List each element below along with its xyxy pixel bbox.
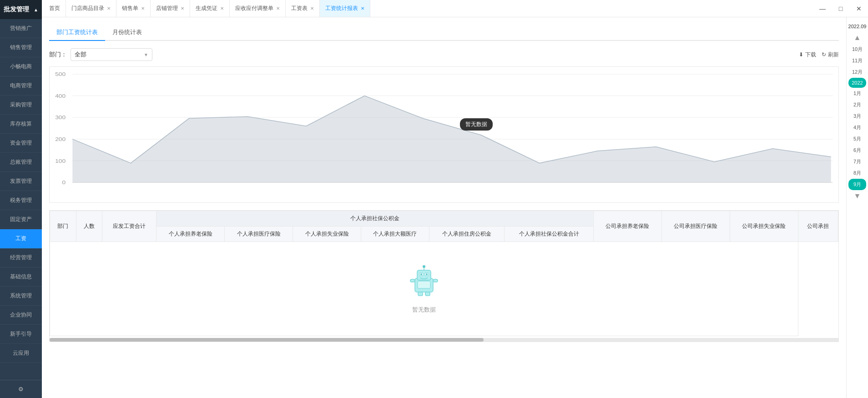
- tab-salary-table[interactable]: 工资表 ✕: [286, 0, 320, 17]
- col-personal-large-medical: 个人承担大额医疗: [361, 227, 429, 242]
- svg-rect-21: [418, 292, 423, 296]
- svg-rect-24: [433, 279, 438, 282]
- svg-text:200: 200: [55, 136, 66, 142]
- tab-store-mgmt[interactable]: 店铺管理 ✕: [151, 0, 190, 17]
- date-month-9[interactable]: 9月: [848, 179, 866, 190]
- date-month-8[interactable]: 8月: [847, 167, 868, 179]
- col-company-other: 公司承担: [798, 211, 838, 242]
- sidebar-item-assets[interactable]: 固定资产: [0, 210, 42, 229]
- close-tab-sales-order[interactable]: ✕: [141, 6, 145, 11]
- empty-state: 暂无数据: [55, 246, 793, 332]
- date-month-10[interactable]: 10月: [847, 44, 868, 55]
- close-tab-salary-table[interactable]: ✕: [310, 6, 314, 11]
- sidebar-item-cloud[interactable]: 云应用: [0, 344, 42, 363]
- col-group-personal: 个人承担社保公积金: [156, 211, 594, 227]
- col-personal-unemployment: 个人承担失业保险: [293, 227, 361, 242]
- date-nav-up[interactable]: ▲: [852, 32, 863, 44]
- col-personal-total: 个人承担社保公积金合计: [505, 227, 594, 242]
- tab-voucher[interactable]: 生成凭证 ✕: [190, 0, 230, 17]
- sidebar-item-ecommerce[interactable]: 电商管理: [0, 76, 42, 96]
- close-tab-payable[interactable]: ✕: [276, 6, 280, 11]
- action-buttons: ⬇ 下载 ↻ 刷新: [799, 51, 839, 59]
- sidebar-item-operations[interactable]: 经营管理: [0, 248, 42, 267]
- sidebar-header[interactable]: 批发管理 ▲: [0, 0, 42, 19]
- sidebar-item-base[interactable]: 基础信息: [0, 267, 42, 287]
- sidebar-item-cooperation[interactable]: 企业协同: [0, 306, 42, 325]
- scroll-thumb[interactable]: [50, 338, 484, 342]
- tab-salary-report[interactable]: 工资统计报表 ✕: [320, 0, 370, 17]
- dept-select[interactable]: 全部 ▼: [71, 48, 152, 61]
- col-dept: 部门: [50, 211, 76, 242]
- close-tab-store-mgmt[interactable]: ✕: [181, 6, 184, 11]
- date-month-7[interactable]: 7月: [847, 156, 868, 167]
- minimize-button[interactable]: —: [813, 0, 832, 17]
- tab-dept-stats[interactable]: 部门工资统计表: [49, 25, 105, 41]
- page-content: 部门工资统计表 月份统计表 部门： 全部 ▼ ⬇: [42, 17, 846, 398]
- chart-container: 500 400 300 200 100 0: [49, 66, 839, 203]
- date-month-3[interactable]: 3月: [847, 111, 868, 122]
- tab-payable[interactable]: 应收应付调整单 ✕: [230, 0, 286, 17]
- sidebar-item-ecommerce-small[interactable]: 小畅电商: [0, 57, 42, 76]
- sidebar-item-invoice[interactable]: 发票管理: [0, 172, 42, 191]
- sidebar: 批发管理 ▲ 营销推广 销售管理 小畅电商 电商管理 采购管理 库存核算 资金管…: [0, 0, 42, 398]
- date-month-11[interactable]: 11月: [847, 55, 868, 66]
- tab-home[interactable]: 首页: [44, 0, 66, 17]
- date-current-label: 2022.09: [848, 21, 868, 32]
- refresh-icon: ↻: [822, 51, 826, 58]
- svg-text:300: 300: [55, 115, 66, 121]
- svg-point-17: [420, 273, 422, 275]
- col-headcount: 人数: [76, 211, 102, 242]
- svg-text:400: 400: [55, 93, 66, 99]
- sidebar-item-ledger[interactable]: 总账管理: [0, 153, 42, 172]
- svg-rect-23: [410, 279, 415, 282]
- col-company-unemployment: 公司承担失业保险: [730, 211, 798, 242]
- col-personal-pension: 个人承担养老保险: [156, 227, 225, 242]
- sidebar-item-guide[interactable]: 新手引导: [0, 325, 42, 344]
- sub-tab-bar: 部门工资统计表 月份统计表: [49, 25, 839, 41]
- svg-text:100: 100: [55, 158, 66, 164]
- date-year-2022[interactable]: 2022: [848, 78, 866, 88]
- sidebar-item-tax[interactable]: 税务管理: [0, 191, 42, 210]
- col-company-medical: 公司承担医疗保险: [661, 211, 730, 242]
- empty-robot-icon: [406, 264, 442, 300]
- window-controls: — □ ✕: [813, 0, 868, 17]
- refresh-button[interactable]: ↻ 刷新: [822, 51, 839, 59]
- close-tab-product-catalog[interactable]: ✕: [107, 6, 111, 11]
- close-button[interactable]: ✕: [850, 0, 868, 17]
- close-tab-voucher[interactable]: ✕: [220, 6, 224, 11]
- tab-product-catalog[interactable]: 门店商品目录 ✕: [66, 0, 116, 17]
- sidebar-item-finance[interactable]: 资金管理: [0, 134, 42, 153]
- sidebar-settings[interactable]: ⚙: [0, 380, 42, 398]
- chevron-down-icon: ▼: [144, 52, 148, 57]
- sidebar-item-marketing[interactable]: 营销推广: [0, 19, 42, 38]
- svg-rect-22: [425, 292, 430, 296]
- sidebar-arrow: ▲: [34, 7, 38, 12]
- date-month-2[interactable]: 2月: [847, 99, 868, 111]
- date-month-12[interactable]: 12月: [847, 66, 868, 78]
- dept-filter-label: 部门：: [49, 50, 67, 59]
- sidebar-item-sales[interactable]: 销售管理: [0, 38, 42, 57]
- tab-month-stats[interactable]: 月份统计表: [105, 25, 149, 41]
- svg-point-18: [426, 273, 428, 275]
- close-tab-salary-report[interactable]: ✕: [361, 6, 364, 11]
- maximize-button[interactable]: □: [832, 0, 850, 17]
- table-empty-row: 暂无数据: [50, 242, 838, 336]
- filter-row: 部门： 全部 ▼: [49, 48, 152, 61]
- date-nav-down[interactable]: ▼: [852, 190, 863, 202]
- area-chart: 500 400 300 200 100 0: [50, 67, 838, 202]
- date-month-4[interactable]: 4月: [847, 122, 868, 133]
- date-month-6[interactable]: 6月: [847, 145, 868, 156]
- date-month-1[interactable]: 1月: [847, 88, 868, 99]
- date-panel: 2022.09 ▲ 10月 11月 12月 2022 1月 2月 3月 4月 5…: [846, 17, 868, 398]
- horizontal-scrollbar[interactable]: [50, 338, 838, 342]
- sidebar-item-payroll[interactable]: 工资: [0, 229, 42, 248]
- tab-sales-order[interactable]: 销售单 ✕: [116, 0, 151, 17]
- sidebar-item-inventory[interactable]: 库存核算: [0, 115, 42, 134]
- download-button[interactable]: ⬇ 下载: [799, 51, 816, 59]
- svg-text:0: 0: [62, 180, 66, 186]
- sidebar-item-system[interactable]: 系统管理: [0, 287, 42, 306]
- gear-icon: ⚙: [18, 386, 24, 393]
- sidebar-item-purchase[interactable]: 采购管理: [0, 96, 42, 115]
- sidebar-title: 批发管理: [4, 5, 29, 14]
- date-month-5[interactable]: 5月: [847, 133, 868, 145]
